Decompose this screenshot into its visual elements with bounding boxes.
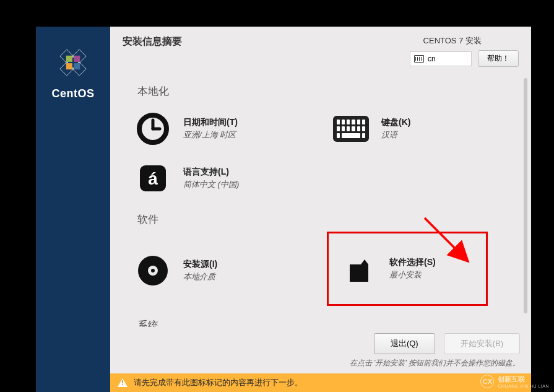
disc-icon: [135, 253, 171, 289]
warning-text: 请先完成带有此图标标记的内容再进行下一步。: [134, 377, 303, 388]
watermark-sub: CHUANG XIN HU LIAN: [498, 384, 549, 388]
section-localization-title: 本地化: [137, 84, 513, 98]
spoke-datetime-sub: 亚洲/上海 时区: [183, 129, 238, 141]
page-title: 安装信息摘要: [123, 35, 182, 48]
spoke-language[interactable]: á 语言支持(L) 简体中文 (中国): [129, 157, 302, 200]
quit-button[interactable]: 退出(Q): [374, 333, 435, 354]
watermark-main: 创新互联: [498, 375, 525, 383]
section-system-title: 系统: [137, 318, 513, 327]
spoke-software-selection[interactable]: 软件选择(S) 最小安装: [327, 232, 488, 306]
help-button[interactable]: 帮助！: [478, 50, 519, 67]
centos-logo-icon: [56, 45, 90, 80]
keyboard-icon: [414, 55, 424, 63]
spoke-source-sub: 本地介质: [183, 271, 217, 282]
spokes-scroll-area: 本地化 日期和时间(T) 亚洲/上海 时区: [110, 72, 531, 327]
begin-install-button[interactable]: 开始安装(B): [444, 333, 520, 354]
main-content: 安装信息摘要 CENTOS 7 安装 cn 帮助！ 本地化: [110, 27, 531, 392]
footer: 退出(Q) 开始安装(B) 在点击 '开始安装' 按钮前我们并不会操作您的磁盘。: [110, 327, 531, 373]
footer-note: 在点击 '开始安装' 按钮前我们并不会操作您的磁盘。: [350, 358, 520, 368]
spoke-language-sub: 简体中文 (中国): [183, 179, 239, 190]
svg-rect-4: [66, 56, 72, 62]
brand-label: CentOS: [51, 87, 94, 100]
spoke-selection-title: 软件选择(S): [389, 257, 436, 268]
svg-point-15: [151, 269, 155, 272]
scrollbar[interactable]: [524, 78, 527, 313]
watermark-logo-icon: CX: [480, 375, 494, 388]
keyboard-code: cn: [428, 54, 436, 63]
warning-icon: [118, 378, 128, 387]
spoke-keyboard-sub: 汉语: [381, 129, 410, 141]
spoke-datetime-title: 日期和时间(T): [183, 117, 238, 128]
keyboard-large-icon: [333, 111, 369, 147]
svg-text:á: á: [148, 169, 158, 188]
spoke-source-title: 安装源(I): [183, 259, 217, 270]
installer-window: CentOS 安装信息摘要 CENTOS 7 安装 cn 帮助！ 本地化: [36, 27, 531, 392]
keyboard-layout-indicator[interactable]: cn: [410, 51, 472, 66]
svg-rect-7: [74, 63, 80, 69]
section-software-title: 软件: [137, 212, 513, 227]
spoke-language-title: 语言支持(L): [183, 167, 239, 178]
header: 安装信息摘要 CENTOS 7 安装 cn 帮助！: [110, 27, 531, 72]
spoke-keyboard[interactable]: 键盘(K) 汉语: [327, 107, 500, 150]
svg-rect-5: [74, 56, 80, 62]
sidebar: CentOS: [36, 27, 110, 392]
package-icon: [341, 251, 377, 287]
clock-icon: [135, 111, 171, 147]
warning-bar[interactable]: 请先完成带有此图标标记的内容再进行下一步。: [110, 373, 531, 392]
spoke-keyboard-title: 键盘(K): [381, 117, 410, 128]
watermark: CX 创新互联 CHUANG XIN HU LIAN: [480, 375, 549, 388]
language-icon: á: [135, 160, 171, 196]
spoke-selection-sub: 最小安装: [389, 269, 436, 281]
spoke-installation-source[interactable]: 安装源(I) 本地介质: [129, 235, 302, 306]
spoke-datetime[interactable]: 日期和时间(T) 亚洲/上海 时区: [129, 107, 302, 150]
distro-label: CENTOS 7 安装: [423, 35, 482, 46]
svg-rect-6: [66, 63, 72, 69]
